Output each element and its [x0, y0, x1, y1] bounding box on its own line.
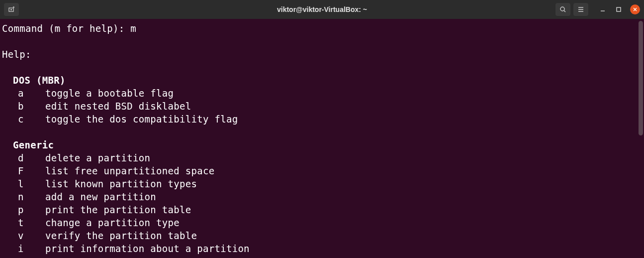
- svg-line-4: [564, 10, 565, 12]
- command-line: nadd a new partition: [2, 190, 642, 203]
- command-line: Flist free unpartitioned space: [2, 164, 642, 177]
- help-header: Help:: [2, 48, 642, 61]
- section-title: DOS (MBR): [2, 74, 642, 87]
- command-key: c: [18, 113, 45, 126]
- blank-line: [2, 35, 642, 48]
- minimize-button[interactable]: [598, 5, 607, 14]
- window-controls: [598, 4, 640, 14]
- command-key: i: [18, 242, 45, 255]
- search-button[interactable]: [555, 3, 570, 16]
- command-line: atoggle a bootable flag: [2, 87, 642, 100]
- command-desc: change a partition type: [45, 217, 180, 228]
- command-line: pprint the partition table: [2, 203, 642, 216]
- blank-line: [2, 61, 642, 74]
- menu-button[interactable]: [573, 3, 588, 16]
- command-line: vverify the partition table: [2, 229, 642, 242]
- svg-rect-9: [617, 7, 621, 11]
- prompt-line: Command (m for help): m: [2, 22, 642, 35]
- blank-line: [2, 126, 642, 138]
- command-key: n: [18, 190, 45, 203]
- section-title: Generic: [2, 138, 642, 151]
- close-icon: [633, 7, 638, 12]
- minimize-icon: [600, 6, 606, 12]
- command-key: d: [18, 151, 45, 164]
- command-line: bedit nested BSD disklabel: [2, 100, 642, 113]
- new-tab-icon: [7, 5, 15, 13]
- prompt-prefix: Command (m for help):: [2, 23, 130, 34]
- command-key: p: [18, 203, 45, 216]
- maximize-icon: [616, 6, 622, 12]
- command-desc: toggle a bootable flag: [45, 88, 174, 99]
- titlebar: viktor@viktor-VirtualBox: ~: [0, 0, 644, 19]
- titlebar-right: [555, 3, 640, 16]
- command-line: iprint information about a partition: [2, 242, 642, 255]
- hamburger-icon: [577, 5, 585, 13]
- maximize-button[interactable]: [614, 5, 623, 14]
- window-title: viktor@viktor-VirtualBox: ~: [277, 5, 367, 13]
- command-line: ddelete a partition: [2, 151, 642, 164]
- command-key: v: [18, 229, 45, 242]
- new-tab-button[interactable]: [4, 3, 19, 16]
- close-button[interactable]: [630, 4, 640, 14]
- prompt-input: m: [130, 23, 136, 34]
- titlebar-left: [4, 3, 19, 16]
- command-key: l: [18, 177, 45, 190]
- command-line: llist known partition types: [2, 177, 642, 190]
- command-desc: toggle the dos compatibility flag: [45, 114, 238, 125]
- command-desc: delete a partition: [45, 152, 150, 163]
- command-desc: list known partition types: [45, 178, 197, 189]
- command-desc: add a new partition: [45, 191, 156, 202]
- command-line: ctoggle the dos compatibility flag: [2, 113, 642, 126]
- command-desc: verify the partition table: [45, 230, 197, 241]
- command-key: F: [18, 164, 45, 177]
- svg-point-3: [560, 7, 564, 11]
- command-desc: print the partition table: [45, 204, 191, 215]
- command-key: t: [18, 216, 45, 229]
- command-key: b: [18, 100, 45, 113]
- search-icon: [559, 5, 567, 13]
- command-key: a: [18, 87, 45, 100]
- command-desc: print information about a partition: [45, 243, 250, 254]
- command-desc: edit nested BSD disklabel: [45, 101, 191, 112]
- command-desc: list free unpartitioned space: [45, 165, 214, 176]
- scrollbar[interactable]: [639, 21, 643, 135]
- terminal-output[interactable]: Command (m for help): m Help: DOS (MBR) …: [0, 19, 644, 258]
- command-line: tchange a partition type: [2, 216, 642, 229]
